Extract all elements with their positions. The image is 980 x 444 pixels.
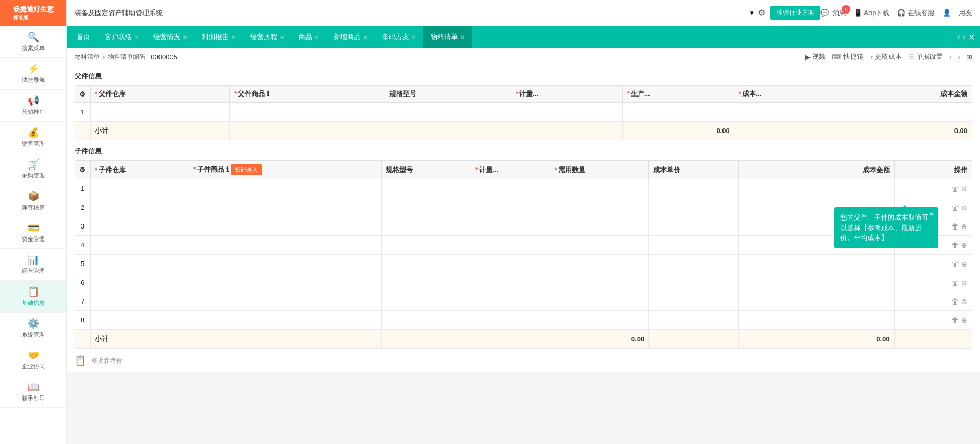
child-qty-cell[interactable] (550, 217, 648, 236)
sidebar-item-marketing[interactable]: 📢 营销推广 (0, 90, 66, 122)
sidebar-item-finance[interactable]: 💳 资金管理 (0, 217, 66, 249)
close-icon[interactable]: ✕ (183, 34, 187, 40)
child-spec-cell[interactable] (382, 273, 471, 292)
child-unit-cost-cell[interactable] (649, 217, 739, 236)
parent-amount-cell[interactable] (846, 103, 972, 122)
delete-icon[interactable]: 🗑 (951, 297, 959, 306)
nav-right-icon[interactable]: › (958, 53, 960, 61)
online-service-btn[interactable]: 🎧 在线客服 (897, 8, 935, 18)
close-icon[interactable]: ✕ (315, 34, 319, 40)
child-amount-cell[interactable] (738, 311, 894, 330)
child-unit-cell[interactable] (471, 198, 550, 217)
copy-icon[interactable]: ⊕ (961, 203, 967, 212)
copy-icon[interactable]: ⊕ (961, 297, 967, 306)
close-icon[interactable]: ✕ (363, 34, 368, 40)
child-spec-cell[interactable] (382, 311, 471, 330)
sidebar-item-search[interactable]: 🔍 搜索菜单 (0, 26, 66, 58)
parent-spec-cell[interactable] (385, 103, 511, 122)
close-all-icon[interactable]: ✕ (968, 32, 975, 42)
child-amount-cell[interactable] (738, 292, 894, 311)
close-icon[interactable]: ✕ (280, 34, 284, 40)
child-unit-cell[interactable] (471, 217, 550, 236)
child-unit-cell[interactable] (471, 179, 550, 198)
scan-input-btn[interactable]: 扫码录入 (231, 164, 262, 175)
child-product-cell[interactable] (189, 179, 382, 198)
delete-icon[interactable]: 🗑 (951, 316, 959, 325)
child-unit-cost-cell[interactable] (649, 198, 739, 217)
parent-col-settings[interactable]: ⚙ (75, 86, 91, 103)
child-product-cell[interactable] (189, 236, 382, 255)
tab-home[interactable]: 首页 (69, 26, 97, 48)
child-qty-cell[interactable] (550, 179, 648, 198)
parent-production-cell[interactable] (622, 103, 734, 122)
child-spec-cell[interactable] (382, 179, 471, 198)
nav-prev-icon[interactable]: ‹ (957, 32, 960, 42)
sidebar-item-inventory[interactable]: 📦 库存核算 (0, 185, 66, 217)
delete-icon[interactable]: 🗑 (951, 185, 959, 193)
sidebar-item-sales[interactable]: 💰 销售管理 (0, 122, 66, 153)
child-unit-cost-cell[interactable] (649, 273, 739, 292)
tab-bom[interactable]: 物料清单 ✕ (423, 26, 472, 48)
copy-icon[interactable]: ⊕ (961, 316, 967, 325)
child-col-settings[interactable]: ⚙ (75, 161, 91, 179)
parent-unit-cell[interactable] (511, 103, 622, 122)
child-product-cell[interactable] (189, 255, 382, 273)
sidebar-item-basic-info[interactable]: 📋 基础信息 (0, 281, 66, 313)
child-amount-cell[interactable] (738, 255, 894, 273)
child-spec-cell[interactable] (382, 292, 471, 311)
app-download-btn[interactable]: 📱 App下载 (854, 8, 889, 18)
child-qty-cell[interactable] (550, 198, 648, 217)
child-unit-cost-cell[interactable] (649, 236, 739, 255)
dropdown-arrow-icon[interactable]: ▾ (750, 9, 754, 17)
child-qty-cell[interactable] (550, 311, 648, 330)
child-qty-cell[interactable] (550, 236, 648, 255)
parent-warehouse-cell[interactable] (91, 103, 230, 122)
grid-view-icon[interactable]: ⊞ (966, 53, 972, 61)
child-warehouse-cell[interactable] (91, 179, 189, 198)
close-icon[interactable]: ✕ (412, 34, 416, 40)
tooltip-close-btn[interactable]: ✕ (929, 210, 934, 219)
experience-btn[interactable]: 体验行业方案 (770, 6, 820, 20)
child-unit-cost-cell[interactable] (649, 255, 739, 273)
child-amount-cell[interactable] (738, 273, 894, 292)
child-qty-cell[interactable] (550, 292, 648, 311)
extract-cost-btn[interactable]: ↑ 提取成本 (870, 52, 902, 62)
tab-new-product[interactable]: 新增商品 ✕ (326, 26, 375, 48)
sidebar-item-enterprise[interactable]: 🤝 企业协同 (0, 344, 66, 376)
child-warehouse-cell[interactable] (91, 217, 189, 236)
tab-barcode[interactable]: 条码方案 ✕ (375, 26, 423, 48)
child-product-cell[interactable] (189, 198, 382, 217)
child-spec-cell[interactable] (382, 236, 471, 255)
child-warehouse-cell[interactable] (91, 311, 189, 330)
delete-icon[interactable]: 🗑 (951, 241, 959, 249)
copy-icon[interactable]: ⊕ (961, 185, 967, 193)
child-unit-cell[interactable] (471, 292, 550, 311)
child-amount-cell[interactable] (738, 179, 894, 198)
child-qty-cell[interactable] (550, 273, 648, 292)
child-spec-cell[interactable] (382, 198, 471, 217)
parent-product-cell[interactable] (230, 103, 385, 122)
tab-customer[interactable]: 客户联络 ✕ (97, 26, 146, 48)
sidebar-item-management[interactable]: 📊 经营管理 (0, 249, 66, 281)
child-warehouse-cell[interactable] (91, 236, 189, 255)
tab-history[interactable]: 经营历程 ✕ (243, 26, 291, 48)
child-unit-cell[interactable] (471, 273, 550, 292)
tab-business[interactable]: 经营情况 ✕ (146, 26, 194, 48)
child-warehouse-cell[interactable] (91, 198, 189, 217)
child-unit-cell[interactable] (471, 311, 550, 330)
child-unit-cell[interactable] (471, 236, 550, 255)
child-spec-cell[interactable] (382, 255, 471, 273)
child-spec-cell[interactable] (382, 217, 471, 236)
child-warehouse-cell[interactable] (91, 292, 189, 311)
child-unit-cost-cell[interactable] (649, 292, 739, 311)
sidebar-item-system[interactable]: ⚙️ 系统管理 (0, 313, 66, 344)
child-product-cell[interactable] (189, 311, 382, 330)
copy-icon[interactable]: ⊕ (961, 279, 967, 287)
nav-left-icon[interactable]: ‹ (949, 53, 951, 61)
child-warehouse-cell[interactable] (91, 273, 189, 292)
sidebar-item-guide[interactable]: 📖 新手引导 (0, 376, 66, 408)
delete-icon[interactable]: 🗑 (951, 222, 959, 231)
child-unit-cost-cell[interactable] (649, 179, 739, 198)
close-icon[interactable]: ✕ (134, 34, 139, 40)
parent-cost-cell[interactable] (734, 103, 846, 122)
